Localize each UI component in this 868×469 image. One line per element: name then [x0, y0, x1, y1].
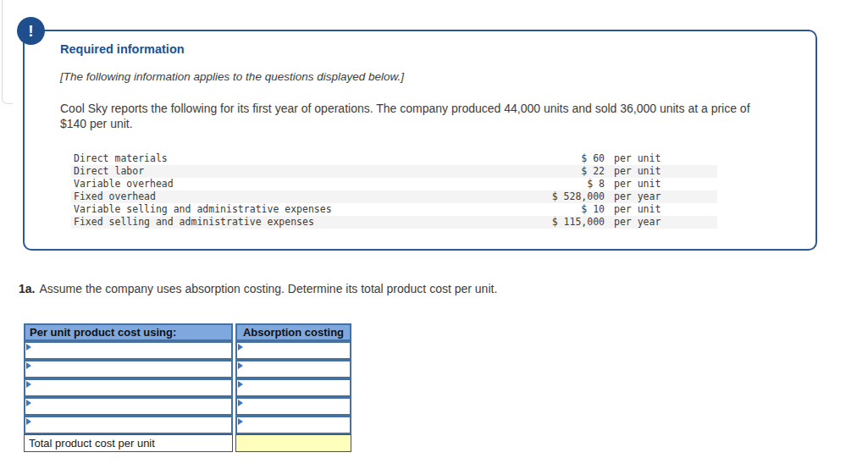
cost-item-dropdown-cell[interactable]: [24, 341, 233, 360]
cost-label: Variable selling and administrative expe…: [74, 203, 510, 216]
dropdown-arrow-icon: [238, 344, 243, 350]
cost-item-dropdown-cell[interactable]: [24, 397, 233, 416]
cost-amount: $ 8: [510, 178, 605, 190]
cost-row-direct-labor: Direct labor $ 22 per unit: [71, 165, 717, 178]
cost-item-dropdown-cell[interactable]: [24, 360, 233, 378]
cost-amount: $ 60: [510, 152, 605, 165]
question-1a: 1a.Assume the company uses absorption co…: [19, 282, 497, 295]
cost-label: Direct labor: [74, 165, 510, 178]
dropdown-arrow-icon: [26, 344, 31, 350]
amount-dropdown-cell[interactable]: [235, 378, 351, 397]
page-edge-artifact: [2, 0, 13, 104]
answer-table-header-row: Per unit product cost using: Absorption …: [24, 323, 354, 341]
cost-unit: per unit: [614, 152, 662, 165]
cost-amount: $ 22: [510, 165, 605, 178]
cost-row-variable-overhead: Variable overhead $ 8 per unit: [71, 178, 717, 190]
cost-row-variable-sga: Variable selling and administrative expe…: [71, 203, 717, 216]
answer-input-row-1: [24, 341, 354, 360]
alert-exclamation-icon: !: [17, 17, 45, 45]
absorption-costing-answer-table: Per unit product cost using: Absorption …: [24, 323, 354, 452]
cost-amount: $ 528,000: [510, 190, 605, 203]
required-information-panel: Required information [The following info…: [23, 30, 817, 251]
cost-amount: $ 10: [510, 203, 605, 216]
cost-label: Direct materials: [74, 152, 510, 165]
cost-unit: per year: [614, 190, 662, 203]
total-product-cost-input[interactable]: [235, 434, 351, 452]
cost-unit: per unit: [614, 203, 662, 216]
total-product-cost-label: Total product cost per unit: [24, 434, 233, 452]
dropdown-arrow-icon: [238, 418, 243, 425]
question-text: Assume the company uses absorption costi…: [39, 282, 497, 295]
header-per-unit-product-cost: Per unit product cost using:: [24, 323, 233, 341]
amount-dropdown-cell[interactable]: [235, 416, 351, 434]
dropdown-arrow-icon: [26, 381, 31, 388]
applies-note: [The following information applies to th…: [60, 70, 404, 83]
cost-data-table: Direct materials $ 60 per unit Direct la…: [71, 152, 717, 229]
cost-item-dropdown-cell[interactable]: [24, 378, 233, 397]
cost-item-dropdown-cell[interactable]: [24, 416, 233, 434]
cost-row-direct-materials: Direct materials $ 60 per unit: [71, 152, 717, 165]
answer-input-row-5: [24, 416, 354, 434]
answer-input-row-2: [24, 360, 354, 378]
dropdown-arrow-icon: [238, 362, 243, 369]
amount-dropdown-cell[interactable]: [235, 360, 351, 378]
dropdown-arrow-icon: [238, 381, 243, 388]
dropdown-arrow-icon: [26, 362, 31, 369]
answer-input-row-4: [24, 397, 354, 416]
answer-total-row: Total product cost per unit: [24, 434, 354, 452]
cost-label: Variable overhead: [74, 178, 510, 190]
cost-row-fixed-sga: Fixed selling and administrative expense…: [71, 216, 717, 229]
scenario-paragraph: Cool Sky reports the following for its f…: [60, 101, 771, 131]
cost-label: Fixed overhead: [74, 190, 510, 203]
cost-unit: per unit: [614, 165, 662, 178]
required-information-heading: Required information: [60, 42, 185, 56]
cost-row-fixed-overhead: Fixed overhead $ 528,000 per year: [71, 190, 717, 203]
question-number: 1a.: [19, 282, 35, 295]
cost-label: Fixed selling and administrative expense…: [74, 216, 510, 229]
amount-dropdown-cell[interactable]: [235, 397, 351, 416]
header-absorption-costing: Absorption costing: [235, 323, 351, 341]
cost-unit: per unit: [614, 178, 662, 190]
dropdown-arrow-icon: [26, 418, 31, 425]
dropdown-arrow-icon: [238, 400, 243, 406]
amount-dropdown-cell[interactable]: [235, 341, 351, 360]
cost-amount: $ 115,000: [510, 216, 605, 229]
cost-unit: per year: [614, 216, 662, 229]
answer-input-row-3: [24, 378, 354, 397]
dropdown-arrow-icon: [26, 400, 31, 406]
